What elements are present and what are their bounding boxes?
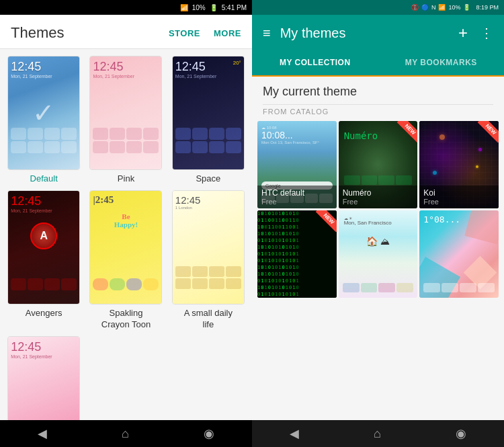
catalog-price-htc: Free — [261, 198, 333, 206]
right-nav-bar: ◀ ⌂ ◉ — [252, 420, 504, 447]
bluetooth-icon: 🔵 — [421, 4, 429, 11]
catalog-item-white[interactable]: ☁ ☀ Mon, San Francisco 🏠 ⛰ — [339, 210, 418, 298]
right-header: ≡ My themes + ⋮ — [252, 15, 504, 50]
theme-label-space: Space — [196, 173, 220, 185]
hamburger-icon[interactable]: ≡ — [263, 26, 271, 41]
right-battery-icon: 🔋 — [463, 4, 470, 11]
catalog-name-numero: Numéro — [343, 188, 414, 198]
catalog-grid: ☁ 10:08 10:08... Mon Oct 13, San Francis… — [252, 121, 504, 303]
store-button[interactable]: STORE — [169, 28, 200, 38]
new-badge-matrix — [311, 210, 337, 236]
left-signal-icon: 📶 — [180, 4, 188, 11]
overflow-icon[interactable]: ⋮ — [480, 25, 493, 41]
theme-thumbnail-pink[interactable]: 12:45 Mon, 21 September — [89, 56, 162, 170]
right-title: My themes — [280, 26, 346, 41]
theme-thumbnail-daily[interactable]: 12:45 1 London — [172, 190, 245, 304]
theme-thumbnail-space[interactable]: 12:45 Mon, 21 September 20° — [172, 56, 245, 170]
theme-thumbnail-flower[interactable]: 12:45 Mon, 21 September 🌸 — [7, 336, 80, 420]
left-header-actions: STORE MORE — [169, 28, 241, 38]
theme-thumbnail-crayon[interactable]: |2:45 Be Happy! — [89, 190, 162, 304]
theme-item-crayon[interactable]: |2:45 Be Happy! Spakling — [87, 190, 164, 331]
catalog-item-koi[interactable]: Koi Free — [419, 121, 499, 208]
right-home-button[interactable]: ⌂ — [374, 427, 381, 441]
left-home-button[interactable]: ⌂ — [122, 427, 129, 441]
theme-label-default: Default — [30, 173, 58, 185]
left-battery-icon: 🔋 — [210, 4, 218, 11]
nfc-icon: N — [431, 4, 436, 11]
new-badge-koi — [473, 121, 499, 147]
catalog-name-htc: HTC default — [261, 188, 333, 198]
right-back-button[interactable]: ◀ — [290, 426, 299, 441]
right-panel: 📵 🔵 N 📶 10% 🔋 8:19 PM ≡ My themes + ⋮ MY… — [252, 0, 504, 447]
from-catalog-label: FROM CATALOG — [252, 105, 504, 121]
catalog-item-matrix[interactable]: 1011010011010 0100101100101 110101001101… — [257, 210, 337, 298]
tab-collection[interactable]: MY COLLECTION — [252, 50, 378, 77]
theme-item-pink[interactable]: 12:45 Mon, 21 September — [87, 56, 164, 185]
current-theme-title: My current theme — [252, 77, 504, 104]
theme-item-avengers[interactable]: 12:45 Mon, 21 September A — [5, 190, 82, 331]
left-nav-bar: ◀ ⌂ ◉ — [0, 420, 252, 447]
phone-icon: 📵 — [411, 4, 419, 11]
right-time: 8:19 PM — [476, 4, 499, 11]
right-content: My current theme FROM CATALOG ☁ 10:08 10… — [252, 77, 504, 420]
catalog-item-htc[interactable]: ☁ 10:08 10:08... Mon Oct 13, San Francis… — [257, 121, 337, 208]
left-title: Themes — [11, 24, 64, 42]
catalog-price-koi: Free — [423, 198, 495, 206]
tabs-bar: MY COLLECTION MY BOOKMARKS — [252, 50, 504, 77]
catalog-item-numero[interactable]: Numéro Numéro Free — [339, 121, 418, 208]
left-time: 5:41 PM — [222, 4, 247, 11]
left-panel: 📶 10% 🔋 5:41 PM Themes STORE MORE 12:45 … — [0, 0, 252, 447]
theme-thumbnail-default[interactable]: 12:45 Mon, 21 September — [7, 56, 80, 170]
catalog-name-koi: Koi — [423, 188, 495, 198]
theme-item-default[interactable]: 12:45 Mon, 21 September — [5, 56, 82, 185]
theme-item-space[interactable]: 12:45 Mon, 21 September 20° — [170, 56, 247, 185]
left-header: Themes STORE MORE — [0, 15, 252, 49]
theme-label-pink: Pink — [118, 173, 134, 185]
themes-grid: 12:45 Mon, 21 September — [0, 49, 252, 420]
left-recent-button[interactable]: ◉ — [204, 426, 214, 441]
catalog-info-htc: HTC default Free — [257, 186, 337, 208]
right-header-left: ≡ My themes — [263, 26, 345, 41]
catalog-info-numero: Numéro Free — [339, 186, 418, 208]
catalog-item-geometric[interactable]: 1°08... — [419, 210, 499, 298]
right-recent-button[interactable]: ◉ — [456, 426, 466, 441]
tab-bookmarks[interactable]: MY BOOKMARKS — [378, 50, 505, 75]
catalog-info-koi: Koi Free — [419, 186, 499, 208]
catalog-price-numero: Free — [343, 198, 414, 206]
theme-item-flower[interactable]: 12:45 Mon, 21 September 🌸 — [5, 336, 82, 420]
theme-label-avengers: Avengers — [26, 308, 62, 319]
right-status-bar: 📵 🔵 N 📶 10% 🔋 8:19 PM — [252, 0, 504, 15]
add-icon[interactable]: + — [458, 24, 468, 42]
theme-thumbnail-avengers[interactable]: 12:45 Mon, 21 September A — [7, 190, 80, 304]
left-back-button[interactable]: ◀ — [38, 426, 47, 441]
left-battery-text: 10% — [192, 4, 206, 11]
theme-label-crayon: SpaklingCrayon Toon — [101, 308, 151, 331]
more-button[interactable]: MORE — [214, 28, 241, 38]
right-battery-text: 10% — [448, 4, 460, 11]
theme-label-daily: A small dailylife — [184, 308, 233, 331]
new-badge-numero — [392, 121, 417, 147]
theme-item-daily[interactable]: 12:45 1 London — [170, 190, 247, 331]
wifi-icon: 📶 — [438, 4, 446, 11]
right-header-actions: + ⋮ — [458, 24, 493, 42]
